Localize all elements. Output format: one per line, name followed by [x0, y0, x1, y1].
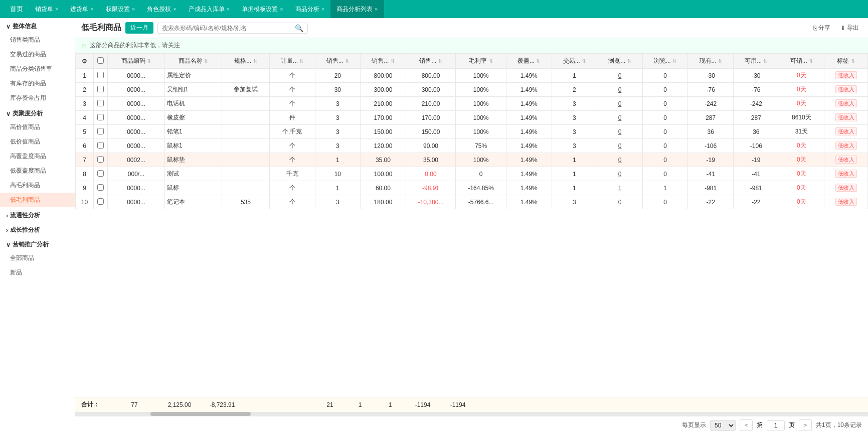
row-name[interactable]: 电话机: [164, 97, 222, 111]
export-button[interactable]: ⬇ 导出: [837, 22, 862, 34]
row-select-checkbox[interactable]: [97, 72, 104, 78]
row-code: 000/...: [108, 167, 165, 181]
search-input[interactable]: [162, 25, 293, 32]
row-name[interactable]: 笔记本: [164, 195, 222, 209]
nav-sales-order[interactable]: 销货单 ×: [29, 0, 64, 18]
footer-views1: 1: [345, 401, 375, 408]
sidebar-group-overview[interactable]: ∨ 整体信息: [0, 18, 75, 33]
row-views1[interactable]: 0: [597, 195, 643, 209]
sidebar-item-high-value[interactable]: 高价值商品: [0, 120, 75, 134]
row-name[interactable]: 橡皮擦: [164, 111, 222, 125]
sidebar-item-stock-capital[interactable]: 库存资金占用: [0, 91, 75, 105]
sidebar-group-liquidity[interactable]: › 流通性分析: [0, 207, 75, 222]
nav-purchase-order[interactable]: 进货单 ×: [64, 0, 99, 18]
col-profitrate-header: 毛利率 ⇅: [456, 54, 506, 69]
sidebar-item-low-value[interactable]: 低价值商品: [0, 134, 75, 149]
row-name[interactable]: 鼠标: [164, 181, 222, 195]
row-name[interactable]: 铅笔1: [164, 125, 222, 139]
row-checkbox[interactable]: [94, 181, 108, 195]
row-views1[interactable]: 0: [597, 153, 643, 167]
row-qty: 10: [315, 167, 361, 181]
scrollbar-thumb[interactable]: [150, 412, 251, 416]
close-icon[interactable]: ×: [132, 6, 135, 12]
row-select-checkbox[interactable]: [97, 100, 104, 106]
nav-home[interactable]: 首页: [4, 0, 29, 18]
sidebar-item-high-margin[interactable]: 高毛利商品: [0, 178, 75, 193]
row-views1[interactable]: 0: [597, 125, 643, 139]
close-icon[interactable]: ×: [90, 6, 93, 12]
row-tag: 低收入: [824, 111, 868, 125]
nav-product-analysis[interactable]: 商品分析 ×: [289, 0, 330, 18]
row-checkbox[interactable]: [94, 111, 108, 125]
prev-page-button[interactable]: ＜: [740, 419, 753, 431]
nav-permission[interactable]: 权限设置 ×: [100, 0, 141, 18]
row-checkbox[interactable]: [94, 139, 108, 153]
select-all-checkbox[interactable]: [97, 57, 104, 64]
nav-product-analysis-list[interactable]: 商品分析列表 ×: [330, 0, 384, 18]
row-views1[interactable]: 1: [597, 181, 643, 195]
horizontal-scrollbar[interactable]: [75, 412, 868, 416]
row-select-checkbox[interactable]: [97, 128, 104, 134]
row-spec: [222, 153, 269, 167]
row-views1[interactable]: 0: [597, 111, 643, 125]
row-checkbox[interactable]: [94, 195, 108, 209]
sidebar-group-cluster[interactable]: ∨ 类聚度分析: [0, 105, 75, 120]
row-checkbox[interactable]: [94, 153, 108, 167]
row-checkbox[interactable]: [94, 97, 108, 111]
row-available: -106: [734, 139, 779, 153]
row-checkbox[interactable]: [94, 83, 108, 97]
row-views1[interactable]: 0: [597, 97, 643, 111]
row-select-checkbox[interactable]: [97, 184, 104, 191]
sidebar-item-low-margin[interactable]: 低毛利商品: [0, 193, 75, 207]
row-views1[interactable]: 0: [597, 69, 643, 83]
row-select-checkbox[interactable]: [97, 198, 104, 205]
page-size-select[interactable]: 50 100: [710, 420, 736, 431]
sidebar-item-low-coverage[interactable]: 低覆盖度商品: [0, 164, 75, 178]
sidebar-item-new-products[interactable]: 新品: [0, 265, 75, 280]
row-select-checkbox[interactable]: [97, 86, 104, 92]
chevron-down-icon: ∨: [6, 23, 11, 30]
sidebar-item-in-stock[interactable]: 有库存的商品: [0, 76, 75, 91]
sidebar-item-all-products[interactable]: 全部商品: [0, 251, 75, 265]
close-icon[interactable]: ×: [321, 6, 324, 12]
close-icon[interactable]: ×: [375, 6, 378, 12]
nav-template-settings[interactable]: 单据模板设置 ×: [236, 0, 289, 18]
row-checkbox[interactable]: [94, 167, 108, 181]
row-views1[interactable]: 0: [597, 83, 643, 97]
page-number-input[interactable]: [767, 420, 785, 430]
row-views1[interactable]: 0: [597, 167, 643, 181]
sidebar-item-high-coverage[interactable]: 高覆盖度商品: [0, 149, 75, 164]
row-name[interactable]: 测试: [164, 167, 222, 181]
sidebar-item-category-sales-rate[interactable]: 商品分类销售率: [0, 62, 75, 76]
nav-product-warehouse[interactable]: 产成品入库单 ×: [183, 0, 236, 18]
row-select-checkbox[interactable]: [97, 156, 104, 163]
share-button[interactable]: ⎘ 分享: [810, 22, 833, 34]
row-available: 287: [734, 111, 779, 125]
row-checkbox[interactable]: [94, 69, 108, 83]
filter-recent-month-button[interactable]: 近一月: [125, 22, 153, 34]
sidebar-item-traded-products[interactable]: 交易过的商品: [0, 47, 75, 62]
sidebar-group-marketing[interactable]: ∨ 营销推广分析: [0, 236, 75, 251]
col-tag-header: 标签 ⇅: [824, 54, 868, 69]
sidebar-group-growth[interactable]: › 成长性分析: [0, 222, 75, 236]
row-checkbox[interactable]: [94, 125, 108, 139]
row-name[interactable]: 属性定价: [164, 69, 222, 83]
close-icon[interactable]: ×: [55, 6, 58, 12]
close-icon[interactable]: ×: [280, 6, 283, 12]
row-name[interactable]: 鼠标垫: [164, 153, 222, 167]
nav-role-auth[interactable]: 角色授权 ×: [141, 0, 182, 18]
close-icon[interactable]: ×: [227, 6, 230, 12]
row-views1[interactable]: 0: [597, 139, 643, 153]
next-page-button[interactable]: ＞: [799, 419, 812, 431]
col-settings[interactable]: ⚙: [76, 54, 94, 69]
row-select-checkbox[interactable]: [97, 142, 104, 149]
row-name[interactable]: 鼠标1: [164, 139, 222, 153]
close-icon[interactable]: ×: [173, 6, 176, 12]
sidebar-item-sales-products[interactable]: 销售类商品: [0, 33, 75, 47]
row-name[interactable]: 吴细细1: [164, 83, 222, 97]
content-header: 低毛利商品 近一月 🔍 ⎘ 分享 ⬇ 导出: [75, 18, 868, 38]
search-icon[interactable]: 🔍: [295, 24, 303, 32]
export-icon: ⬇: [840, 25, 845, 32]
row-select-checkbox[interactable]: [97, 170, 104, 177]
row-select-checkbox[interactable]: [97, 114, 104, 120]
